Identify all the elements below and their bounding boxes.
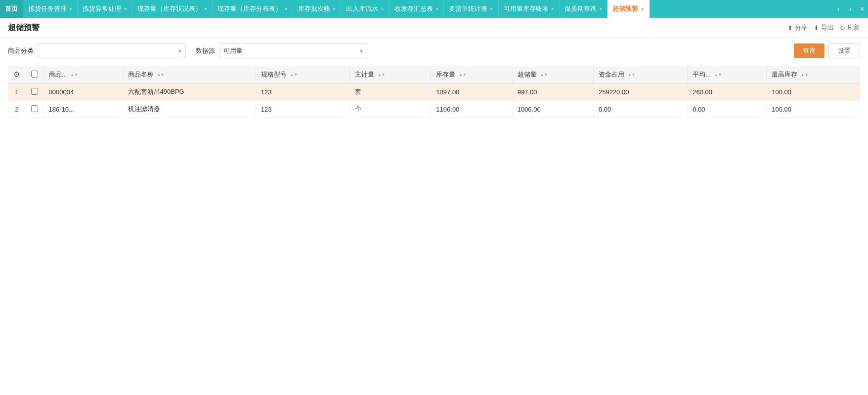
nav-label-available-ledger: 可用量库存账本 <box>504 5 549 13</box>
row-checkbox-1[interactable] <box>31 105 38 112</box>
nav-item-inventory-status[interactable]: 现存量（库存状况表） × <box>132 0 213 18</box>
nav-item-overstock-warning[interactable]: 超储预警 × <box>608 0 649 18</box>
nav-label-io-flow: 出入库流水 <box>346 5 378 13</box>
nav-close-expiry-query[interactable]: × <box>599 6 602 12</box>
datasource-label: 数据源 <box>196 46 215 55</box>
nav-close-io-flow[interactable]: × <box>381 6 384 12</box>
table-header-row: ⚙ 商品... ▲▼ 商品名称 ▲▼ 规格型号 ▲▼ 主计 <box>8 66 860 83</box>
th-avg[interactable]: 平均... ▲▼ <box>688 66 767 83</box>
nav-label-packing-task: 拣货任务管理 <box>28 5 67 13</box>
row-checkbox-0[interactable] <box>31 88 38 95</box>
cell-unit-0: 套 <box>350 83 431 101</box>
th-name[interactable]: 商品名称 ▲▼ <box>123 66 256 83</box>
sort-icon-code: ▲▼ <box>70 73 78 77</box>
cell-name-1: 机油滤清器 <box>123 101 256 118</box>
sort-icon-capital: ▲▼ <box>628 73 636 77</box>
sort-icon-stock: ▲▼ <box>459 73 467 77</box>
nav-item-home[interactable]: 首页 <box>0 0 23 18</box>
main-table: ⚙ 商品... ▲▼ 商品名称 ▲▼ 规格型号 ▲▼ 主计 <box>8 66 860 118</box>
nav-arrow-close[interactable]: × <box>856 0 868 18</box>
th-capital-label: 资金占用 <box>599 71 624 78</box>
cell-code-1: 186-10... <box>43 101 123 118</box>
nav-item-order-stats[interactable]: 要货单统计表 × <box>444 0 498 18</box>
datasource-select[interactable]: 可用量 ▾ <box>219 43 367 58</box>
nav-item-expiry-query[interactable]: 保质期查询 × <box>560 0 608 18</box>
table-row: 2 186-10... 机油滤清器 123 个 1106.00 1006.00 … <box>8 101 860 118</box>
datasource-select-value: 可用量 <box>223 46 243 55</box>
nav-label-packing-abnormal: 拣货异常处理 <box>83 5 121 13</box>
refresh-button[interactable]: ↻ 刷新 <box>840 24 860 32</box>
th-unit[interactable]: 主计量 ▲▼ <box>350 66 431 83</box>
th-max-stock-label: 最高库存 <box>772 71 797 78</box>
sort-icon-overstock: ▲▼ <box>540 73 548 77</box>
share-label: 分享 <box>795 24 808 32</box>
th-unit-label: 主计量 <box>355 71 374 78</box>
th-code-label: 商品... <box>49 71 67 78</box>
cell-avg-1: 0.00 <box>688 101 767 118</box>
th-name-label: 商品名称 <box>128 71 154 78</box>
cell-spec-1: 123 <box>256 101 349 118</box>
row-num-0: 1 <box>8 83 26 101</box>
export-button[interactable]: ⬇ 导出 <box>814 24 834 32</box>
nav-label-inventory-dist: 现存量（库存分布表） <box>217 5 282 13</box>
nav-item-inventory-batch[interactable]: 库存批次账 × <box>293 0 341 18</box>
share-button[interactable]: ⬆ 分享 <box>787 24 808 32</box>
nav-close-packing-abnormal[interactable]: × <box>124 6 127 12</box>
cell-max-stock-1: 100.00 <box>767 101 860 118</box>
nav-arrow-left[interactable]: ‹ <box>832 0 844 18</box>
nav-close-available-ledger[interactable]: × <box>551 6 554 12</box>
sort-icon-max-stock: ▲▼ <box>801 73 809 77</box>
th-code[interactable]: 商品... ▲▼ <box>43 66 123 83</box>
nav-close-packing-task[interactable]: × <box>69 6 72 12</box>
nav-arrows: ‹ › × <box>832 0 868 18</box>
filter-bar: 商品分类 ▾ 数据源 可用量 ▾ 查询 设置 <box>0 38 868 64</box>
nav-item-packing-abnormal[interactable]: 拣货异常处理 × <box>78 0 132 18</box>
cell-stock-1: 1106.00 <box>431 101 512 118</box>
nav-item-recv-summary[interactable]: 收发存汇总表 × <box>390 0 444 18</box>
th-overstock-label: 超储量 <box>518 71 537 78</box>
th-gear[interactable]: ⚙ <box>8 66 26 83</box>
table-row: 1 0000004 六配套新昌490BPG 123 套 1097.00 997.… <box>8 83 860 101</box>
page-title: 超储预警 <box>8 23 40 33</box>
cell-overstock-1: 1006.00 <box>512 101 593 118</box>
nav-item-inventory-dist[interactable]: 现存量（库存分布表） × <box>213 0 293 18</box>
cell-name-0: 六配套新昌490BPG <box>123 83 256 101</box>
nav-close-overstock-warning[interactable]: × <box>641 6 644 12</box>
settings-button[interactable]: 设置 <box>828 43 860 58</box>
category-select[interactable]: ▾ <box>38 43 186 58</box>
nav-close-inventory-status[interactable]: × <box>204 6 207 12</box>
table-body: 1 0000004 六配套新昌490BPG 123 套 1097.00 997.… <box>8 83 860 118</box>
th-spec[interactable]: 规格型号 ▲▼ <box>256 66 349 83</box>
sort-icon-avg: ▲▼ <box>714 73 722 77</box>
cell-max-stock-0: 100.00 <box>767 83 860 101</box>
row-num-1: 2 <box>8 101 26 118</box>
nav-close-order-stats[interactable]: × <box>490 6 493 12</box>
nav-label-order-stats: 要货单统计表 <box>449 5 487 13</box>
nav-close-recv-summary[interactable]: × <box>435 6 438 12</box>
th-capital[interactable]: 资金占用 ▲▼ <box>593 66 687 83</box>
query-button[interactable]: 查询 <box>794 43 825 58</box>
sort-icon-unit: ▲▼ <box>378 73 386 77</box>
nav-item-packing-task[interactable]: 拣货任务管理 × <box>23 0 78 18</box>
th-stock[interactable]: 库存量 ▲▼ <box>431 66 512 83</box>
th-overstock[interactable]: 超储量 ▲▼ <box>512 66 593 83</box>
nav-item-available-ledger[interactable]: 可用量库存账本 × <box>499 0 560 18</box>
th-max-stock[interactable]: 最高库存 ▲▼ <box>767 66 860 83</box>
select-all-checkbox[interactable] <box>31 71 38 78</box>
nav-label-inventory-status: 现存量（库存状况表） <box>137 5 202 13</box>
nav-close-inventory-batch[interactable]: × <box>333 6 336 12</box>
category-chevron-icon: ▾ <box>178 48 181 54</box>
nav-label-inventory-batch: 库存批次账 <box>298 5 330 13</box>
nav-label-home: 首页 <box>5 5 18 13</box>
cell-capital-1: 0.00 <box>593 101 687 118</box>
nav-item-io-flow[interactable]: 出入库流水 × <box>341 0 389 18</box>
cell-unit-1: 个 <box>350 101 431 118</box>
datasource-chevron-icon: ▾ <box>360 48 363 54</box>
nav-bar: 首页 拣货任务管理 × 拣货异常处理 × 现存量（库存状况表） × 现存量（库存… <box>0 0 868 18</box>
cell-code-0: 0000004 <box>43 83 123 101</box>
nav-arrow-right[interactable]: › <box>844 0 856 18</box>
gear-icon[interactable]: ⚙ <box>13 70 20 79</box>
cell-spec-0: 123 <box>256 83 349 101</box>
cell-overstock-0: 997.00 <box>512 83 593 101</box>
nav-close-inventory-dist[interactable]: × <box>284 6 287 12</box>
